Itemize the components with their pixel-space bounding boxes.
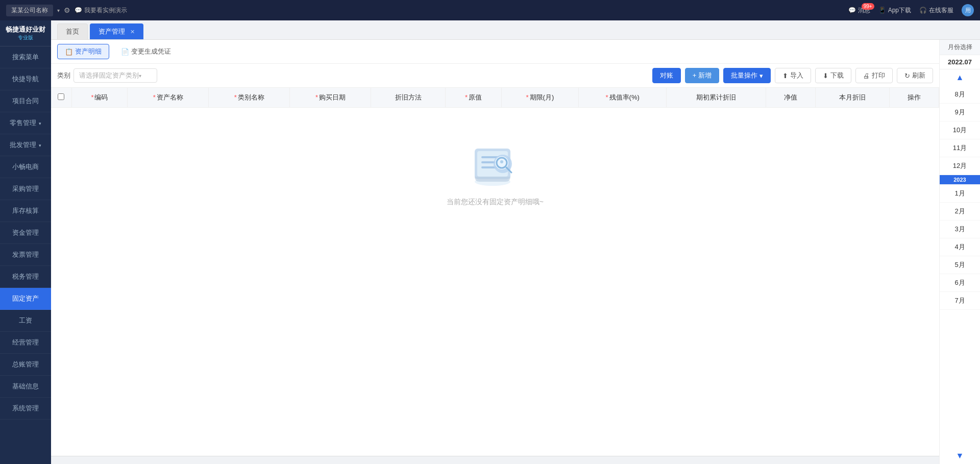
refresh-icon: ↻ (904, 72, 910, 80)
main-layout: 畅捷通好业财 专业版 搜索菜单 快捷导航 项目合同 零售管理 ▾ 批发管理 ▾ … (0, 20, 980, 464)
col-net-value: 净值 (766, 88, 815, 108)
category-select[interactable]: 请选择固定资产类别 ▾ (74, 68, 157, 83)
company-name[interactable]: 某某公司名称 (6, 5, 53, 16)
message-button[interactable]: 💬 消息 99+ (848, 6, 870, 15)
print-icon: 🖨 (863, 72, 870, 80)
sidebar-item-retail[interactable]: 零售管理 ▾ (0, 112, 51, 134)
online-service-button[interactable]: 🎧 在线客服 (919, 6, 953, 15)
import-button[interactable]: ⬆ 导入 (775, 68, 811, 83)
assets-table: *编码 *资产名称 *类别名称 *购买日期 折旧方法 *原值 *期限(月) *残… (51, 88, 939, 237)
duizhang-button[interactable]: 对账 (652, 68, 681, 83)
sidebar-item-salary[interactable]: 工资 (0, 310, 51, 332)
month-item-5[interactable]: 5月 (940, 256, 980, 274)
svg-point-10 (500, 160, 503, 163)
sidebar-item-ecommerce[interactable]: 小畅电商 (0, 156, 51, 178)
settings-icon[interactable]: ⚙ (64, 6, 70, 14)
month-item-3[interactable]: 3月 (940, 221, 980, 238)
category-filter: 类别 请选择固定资产类别 ▾ (57, 68, 157, 83)
download-icon: ⬇ (823, 72, 828, 80)
col-accumulated-depreciation: 期初累计折旧 (667, 88, 766, 108)
asset-detail-label: 资产明细 (75, 47, 102, 56)
sidebar-item-finance[interactable]: 资金管理 (0, 222, 51, 244)
month-nav-up: ▲ (940, 69, 980, 86)
sidebar-item-search[interactable]: 搜索菜单 (0, 46, 51, 68)
month-nav-up-button[interactable]: ▲ (954, 71, 966, 84)
month-item-11[interactable]: 11月 (940, 139, 980, 157)
year-badge-2023: 2023 (940, 175, 980, 185)
tab-asset-management[interactable]: 资产管理 ✕ (90, 23, 143, 39)
sidebar-item-invoice[interactable]: 发票管理 (0, 244, 51, 266)
tab-close-icon[interactable]: ✕ (130, 29, 135, 35)
month-item-6[interactable]: 6月 (940, 274, 980, 292)
bottom-scrollbar[interactable] (51, 456, 939, 464)
content-area: 首页 资产管理 ✕ 📋 资产明细 📄 变更生成凭证 (51, 20, 980, 464)
batch-button[interactable]: 批量操作 ▾ (723, 68, 771, 83)
sub-tab-bar: 📋 资产明细 📄 变更生成凭证 (51, 40, 939, 64)
sidebar-item-ledger[interactable]: 总账管理 (0, 354, 51, 376)
month-panel-title: 月份选择 (940, 40, 980, 55)
sidebar-item-basic-info[interactable]: 基础信息 (0, 376, 51, 398)
headset-icon: 🎧 (919, 7, 927, 14)
month-item-2[interactable]: 2月 (940, 203, 980, 221)
sidebar-item-wholesale[interactable]: 批发管理 ▾ (0, 134, 51, 156)
selected-month-display: 2022.07 (940, 55, 980, 69)
month-item-4[interactable]: 4月 (940, 238, 980, 256)
month-panel: 月份选择 2022.07 ▲ 8月 9月 10月 11月 12月 2023 1月… (939, 40, 980, 464)
table-container: *编码 *资产名称 *类别名称 *购买日期 折旧方法 *原值 *期限(月) *残… (51, 88, 939, 456)
sub-tab-asset-detail[interactable]: 📋 资产明细 (57, 44, 109, 59)
col-depreciation-method: 折旧方法 (371, 88, 446, 108)
sidebar-item-project[interactable]: 项目合同 (0, 90, 51, 112)
message-icon: 💬 (848, 7, 856, 14)
sub-tab-change-voucher[interactable]: 📄 变更生成凭证 (113, 44, 179, 59)
app-download-button[interactable]: 📱 App下载 (878, 6, 911, 15)
month-nav-down: ▼ (940, 448, 980, 464)
month-item-9[interactable]: 9月 (940, 104, 980, 121)
col-purchase-date: *购买日期 (290, 88, 371, 108)
download-button[interactable]: ⬇ 下载 (815, 68, 851, 83)
demo-link[interactable]: 💬 我要看实例演示 (75, 6, 127, 15)
app-title: 畅捷通好业财 (4, 26, 47, 34)
main-panel: 📋 资产明细 📄 变更生成凭证 类别 请选择固定资产类别 (51, 40, 939, 464)
user-avatar[interactable]: 用 (962, 4, 974, 16)
table-header-checkbox (51, 88, 71, 108)
empty-text: 当前您还没有固定资产明细哦~ (447, 198, 544, 207)
select-all-checkbox[interactable] (58, 93, 64, 100)
top-bar-right: 💬 消息 99+ 📱 App下载 🎧 在线客服 用 (848, 4, 974, 16)
month-item-1[interactable]: 1月 (940, 185, 980, 203)
col-original-value: *原值 (446, 88, 502, 108)
message-badge: 99+ (862, 3, 874, 10)
download-label: 下载 (830, 71, 844, 80)
page-content: 📋 资产明细 📄 变更生成凭证 类别 请选择固定资产类别 (51, 40, 980, 464)
print-button[interactable]: 🖨 打印 (855, 68, 893, 83)
sidebar-logo: 畅捷通好业财 专业版 (0, 20, 51, 46)
category-label: 类别 (57, 71, 70, 80)
refresh-label: 刷新 (912, 71, 925, 80)
col-monthly-depreciation: 本月折旧 (815, 88, 890, 108)
month-item-7[interactable]: 7月 (940, 292, 980, 310)
sidebar-item-purchase[interactable]: 采购管理 (0, 178, 51, 200)
col-period: *期限(月) (501, 88, 578, 108)
toolbar: 类别 请选择固定资产类别 ▾ 对账 + 新增 批量操作 ▾ (51, 64, 939, 88)
refresh-button[interactable]: ↻ 刷新 (897, 68, 933, 83)
sidebar: 畅捷通好业财 专业版 搜索菜单 快捷导航 项目合同 零售管理 ▾ 批发管理 ▾ … (0, 20, 51, 464)
sidebar-item-fixed-assets[interactable]: 固定资产 (0, 288, 51, 310)
empty-illustration (464, 138, 526, 189)
month-nav-down-button[interactable]: ▼ (954, 450, 966, 462)
month-item-8[interactable]: 8月 (940, 86, 980, 104)
demo-link-text: 我要看实例演示 (84, 6, 127, 15)
month-item-10[interactable]: 10月 (940, 121, 980, 139)
add-button[interactable]: + 新增 (685, 68, 719, 83)
company-dropdown-icon[interactable]: ▾ (57, 8, 60, 13)
sidebar-item-tax[interactable]: 税务管理 (0, 266, 51, 288)
sidebar-item-inventory[interactable]: 库存核算 (0, 200, 51, 222)
app-download-label: App下载 (888, 6, 911, 15)
sidebar-item-quicknav[interactable]: 快捷导航 (0, 68, 51, 90)
app-download-icon: 📱 (878, 7, 886, 14)
sidebar-item-system[interactable]: 系统管理 (0, 398, 51, 420)
import-label: 导入 (790, 71, 803, 80)
sidebar-item-operations[interactable]: 经营管理 (0, 332, 51, 354)
tab-home[interactable]: 首页 (57, 23, 88, 39)
month-item-12[interactable]: 12月 (940, 157, 980, 175)
online-service-label: 在线客服 (929, 6, 953, 15)
demo-link-icon: 💬 (75, 7, 82, 14)
